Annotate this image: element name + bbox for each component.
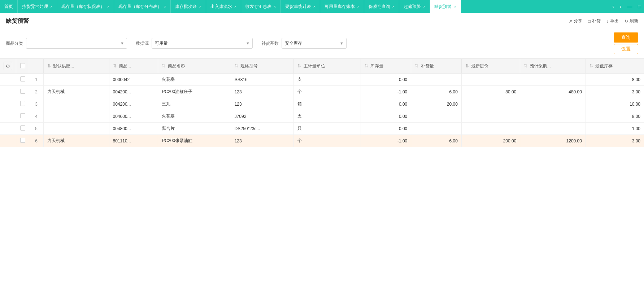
table-row[interactable]: 3 004200... 三九 123 箱 0.00 20.00 10.00 bbox=[0, 98, 644, 110]
tab-close-icon[interactable]: × bbox=[234, 4, 236, 9]
tab-next-button[interactable]: › bbox=[617, 0, 625, 13]
table-row[interactable]: 5 004800... 离合片 DS250*23c... 只 0.00 1.00 bbox=[0, 123, 644, 135]
page-header: 缺货预警 ↗ 分享 □ 补货 ↓ 导出 ↻ 刷新 bbox=[0, 13, 644, 28]
tab-close-icon[interactable]: × bbox=[392, 4, 395, 9]
td-replenish-qty bbox=[411, 110, 462, 123]
th-product-name[interactable]: ⇅ 商品名称 bbox=[158, 59, 231, 74]
td-stock: 0.00 bbox=[361, 110, 411, 123]
tab-quehuoyujing[interactable]: 缺货预警 × bbox=[430, 0, 461, 13]
td-check[interactable] bbox=[16, 98, 29, 110]
refresh-button[interactable]: ↻ 刷新 bbox=[625, 18, 638, 24]
tab-kucpici[interactable]: 库存批次账 × bbox=[171, 0, 206, 13]
category-select-wrapper[interactable]: ▼ bbox=[26, 38, 127, 49]
table-row[interactable]: 6 力天机械 801110... PC200张紧油缸 123 个 -1.00 6… bbox=[0, 135, 644, 147]
gear-icon[interactable]: ⚙ bbox=[4, 62, 12, 70]
td-product-name: 三九 bbox=[158, 98, 231, 110]
tab-churu[interactable]: 出入库流水 × bbox=[206, 0, 241, 13]
td-est-purchase bbox=[520, 123, 586, 135]
th-unit[interactable]: ⇅ 主计量单位 bbox=[294, 59, 361, 74]
th-min-stock[interactable]: ⇅ 最低库存 bbox=[586, 59, 644, 74]
th-check[interactable] bbox=[16, 59, 29, 74]
th-stock[interactable]: ⇅ 库存量 bbox=[361, 59, 411, 74]
table-row[interactable]: 1 0000042 火花塞 SS816 支 0.00 8.00 bbox=[0, 74, 644, 86]
row-checkbox[interactable] bbox=[20, 89, 25, 94]
td-supplier bbox=[44, 123, 109, 135]
td-replenish-qty bbox=[411, 74, 462, 86]
td-gear bbox=[0, 98, 16, 110]
th-est-purchase[interactable]: ⇅ 预计采购... bbox=[520, 59, 586, 74]
table-row[interactable]: 2 力天机械 004200... PC200油缸庄子 123 个 -1.00 6… bbox=[0, 86, 644, 98]
th-supplier[interactable]: ⇅ 默认供应... bbox=[44, 59, 109, 74]
replenish-basis-filter-group: 补货基数 安全库存 ▼ bbox=[261, 38, 347, 49]
tab-xianzunliang1[interactable]: 现存量（库存状况表） × bbox=[57, 0, 114, 13]
datasource-select[interactable]: 可用量 bbox=[152, 38, 253, 49]
tab-close-icon[interactable]: × bbox=[357, 4, 359, 9]
replenish-basis-value: 安全库存 bbox=[285, 40, 302, 47]
td-gear bbox=[0, 86, 16, 98]
td-check[interactable] bbox=[16, 86, 29, 98]
tab-close-icon[interactable]: × bbox=[274, 4, 276, 9]
th-product-code[interactable]: ⇅ 商品... bbox=[109, 59, 158, 74]
settings-button[interactable]: 设置 bbox=[614, 44, 638, 54]
tab-shoudahuizong[interactable]: 收发存汇总表 × bbox=[241, 0, 280, 13]
td-supplier: 力天机械 bbox=[44, 86, 109, 98]
query-button[interactable]: 查询 bbox=[614, 32, 638, 43]
td-check[interactable] bbox=[16, 135, 29, 147]
tab-taihuoyichang[interactable]: 拣货异常处理 × bbox=[18, 0, 57, 13]
td-check[interactable] bbox=[16, 123, 29, 135]
td-product-code: 004200... bbox=[109, 86, 158, 98]
td-unit: 个 bbox=[294, 86, 361, 98]
row-checkbox[interactable] bbox=[20, 138, 25, 143]
td-product-code: 004200... bbox=[109, 98, 158, 110]
td-min-stock: 8.00 bbox=[586, 74, 644, 86]
window-minimize-button[interactable]: — bbox=[625, 0, 635, 13]
datasource-select-wrapper[interactable]: 可用量 ▼ bbox=[152, 38, 253, 49]
sort-icon: ⇅ bbox=[235, 63, 238, 69]
row-checkbox[interactable] bbox=[20, 101, 25, 106]
share-button[interactable]: ↗ 分享 bbox=[569, 18, 582, 24]
table-container: ⚙ ⇅ 默认供应... ⇅ 商品... ⇅ bbox=[0, 58, 644, 147]
th-spec[interactable]: ⇅ 规格型号 bbox=[231, 59, 294, 74]
row-checkbox[interactable] bbox=[20, 125, 25, 131]
tab-close-icon[interactable]: × bbox=[199, 4, 201, 9]
replenish-basis-select-wrapper[interactable]: 安全库存 ▼ bbox=[282, 38, 347, 49]
tab-close-icon[interactable]: × bbox=[313, 4, 316, 9]
row-checkbox[interactable] bbox=[20, 113, 25, 118]
replenish-button[interactable]: □ 补货 bbox=[588, 18, 601, 24]
tab-close-icon[interactable]: × bbox=[164, 4, 166, 9]
td-check[interactable] bbox=[16, 74, 29, 86]
tab-home[interactable]: 首页 bbox=[0, 0, 18, 13]
tab-chaochuyujing[interactable]: 超储预警 × bbox=[399, 0, 430, 13]
select-all-checkbox[interactable] bbox=[20, 63, 25, 68]
replenish-basis-select[interactable]: 安全库存 bbox=[282, 38, 347, 49]
tab-close-active-icon[interactable]: × bbox=[454, 4, 456, 9]
th-latest-price[interactable]: ⇅ 最新进价 bbox=[461, 59, 520, 74]
th-gear[interactable]: ⚙ bbox=[0, 59, 16, 74]
td-min-stock: 3.00 bbox=[586, 135, 644, 147]
tab-xianzunliang2[interactable]: 现存量（库存分布表） × bbox=[114, 0, 171, 13]
window-maximize-button[interactable]: □ bbox=[635, 0, 644, 13]
refresh-icon: ↻ bbox=[625, 19, 628, 24]
table-row[interactable]: 4 004600... 火花塞 J7092 支 0.00 8.00 bbox=[0, 110, 644, 123]
th-replenish-qty[interactable]: ⇅ 补货量 bbox=[411, 59, 462, 74]
td-stock: -1.00 bbox=[361, 86, 411, 98]
td-check[interactable] bbox=[16, 110, 29, 123]
row-checkbox[interactable] bbox=[20, 76, 25, 81]
tab-keyong[interactable]: 可用量库存账本 × bbox=[320, 0, 364, 13]
td-product-name: PC200油缸庄子 bbox=[158, 86, 231, 98]
td-stock: 0.00 bbox=[361, 98, 411, 110]
tab-close-icon[interactable]: × bbox=[423, 4, 425, 9]
category-select[interactable] bbox=[26, 38, 127, 49]
tab-close-icon[interactable]: × bbox=[107, 4, 109, 9]
td-est-purchase bbox=[520, 74, 586, 86]
export-button[interactable]: ↓ 导出 bbox=[606, 18, 619, 24]
td-product-name: PC200张紧油缸 bbox=[158, 135, 231, 147]
th-index bbox=[29, 59, 44, 74]
tab-prev-button[interactable]: ‹ bbox=[609, 0, 617, 13]
td-unit: 支 bbox=[294, 74, 361, 86]
td-min-stock: 8.00 bbox=[586, 110, 644, 123]
tab-baozhiqi[interactable]: 保质期查询 × bbox=[364, 0, 399, 13]
tab-close-icon[interactable]: × bbox=[50, 4, 52, 9]
td-spec: DS250*23c... bbox=[231, 123, 294, 135]
tab-yaohuo[interactable]: 要货单统计表 × bbox=[281, 0, 320, 13]
